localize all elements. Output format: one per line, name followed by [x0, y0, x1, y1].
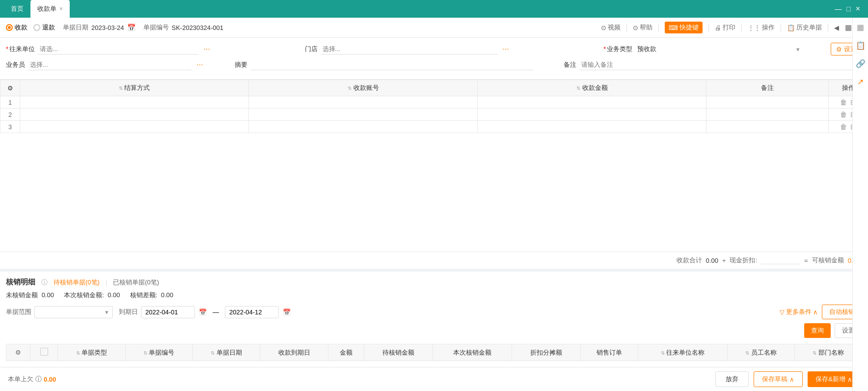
select-all-checkbox[interactable] [40, 348, 48, 356]
operations-btn[interactable]: ⋮⋮ 操作 [748, 23, 775, 32]
help-btn[interactable]: ⊙ 帮助 [633, 23, 652, 32]
counterpart-input[interactable] [38, 44, 199, 55]
checkbox-select-all[interactable] [30, 344, 58, 361]
settlement-2[interactable] [20, 109, 249, 121]
equals-sign: = [804, 257, 808, 264]
counterpart-more-btn[interactable]: ··· [202, 45, 212, 54]
lower-gear-icon[interactable]: ⚙ [15, 349, 21, 356]
plus-sign: + [722, 257, 726, 264]
main-content: 收款 退款 单据日期 2023-03-24 📅 单据编号 SK-20230324… [0, 18, 868, 391]
radio-receipt[interactable]: 收款 [6, 23, 27, 32]
video-btn[interactable]: ⊙ 视频 [601, 23, 621, 32]
sidebar-expand-icon[interactable]: ↗ [857, 77, 864, 86]
radio-refund-indicator [33, 24, 40, 31]
date-from-input[interactable] [141, 306, 195, 318]
business-type-value: 预收款 [637, 45, 656, 54]
settlement-1[interactable] [20, 96, 249, 109]
sidebar-table-icon[interactable]: ▦ [857, 23, 864, 32]
shortcut-btn[interactable]: ⌨ 快捷键 [665, 22, 703, 33]
calendar-to-icon[interactable]: 📅 [283, 308, 291, 316]
history-btn[interactable]: 📋 历史单据 [787, 23, 822, 32]
amount-col: 金额 [328, 344, 364, 361]
info-icon[interactable]: ⓘ [41, 278, 48, 287]
delete-icon-1[interactable]: 🗑 [840, 98, 847, 106]
verify-section: 核销明细 ⓘ 待核销单据(0笔) | 已核销单据(0笔) 未核销金额 0.00 … [0, 269, 868, 367]
calendar-from-icon[interactable]: 📅 [199, 308, 207, 316]
grid-view-icon[interactable]: ▦ [845, 23, 852, 32]
checkbox-col[interactable]: ⚙ [6, 344, 30, 361]
print-btn[interactable]: 🖨 打印 [715, 23, 735, 32]
filter-icon: ▽ [780, 308, 785, 316]
salesperson-more-btn[interactable]: ··· [194, 60, 205, 69]
number-field: 单据编号 SK-20230324-001 [143, 23, 224, 32]
discount-input[interactable] [761, 256, 800, 264]
doc-type-col[interactable]: ⇅ 单据类型 [58, 344, 125, 361]
store-more-btn[interactable]: ··· [500, 45, 511, 54]
divider2 [658, 24, 659, 31]
note-2[interactable] [706, 109, 829, 121]
settlement-3[interactable] [20, 121, 249, 133]
toolbar: 收款 退款 单据日期 2023-03-24 📅 单据编号 SK-20230324… [0, 18, 868, 38]
counterpart-label: 往来单位 [6, 45, 35, 54]
date-to-input[interactable] [225, 306, 279, 318]
lower-table-wrapper: ⚙ ⇅ 单据类型 ⇅ 单据编号 [6, 341, 862, 361]
sidebar-link-icon[interactable]: 🔗 [856, 59, 866, 68]
salesperson-input[interactable] [28, 59, 191, 70]
note-1[interactable] [706, 96, 829, 109]
range-select[interactable]: ▾ [34, 306, 113, 318]
due-date-col: 收款到期日 [260, 344, 328, 361]
amount-3[interactable] [478, 121, 706, 133]
doc-date-col[interactable]: ⇅ 单据日期 [192, 344, 260, 361]
chevron-up-new-icon: ∧ [847, 376, 852, 383]
staff-name-col[interactable]: ⇅ 员工名称 [727, 344, 794, 361]
calendar-icon[interactable]: 📅 [127, 24, 136, 31]
window-max-icon[interactable]: □ [846, 5, 850, 13]
delete-icon-3[interactable]: 🗑 [840, 123, 847, 131]
tab-home[interactable]: 首页 [4, 0, 30, 18]
more-conditions-btn[interactable]: ▽ 更多条件 ∧ [780, 307, 818, 316]
summary-input[interactable] [250, 59, 533, 70]
account-col-header[interactable]: ⇅ 收款账号 [249, 80, 478, 96]
account-2[interactable] [249, 109, 478, 121]
collapse-icon[interactable]: ◀ [834, 24, 839, 31]
window-min-icon[interactable]: — [835, 5, 841, 13]
business-type-label: 业务类型 [603, 45, 632, 54]
settlement-col-header[interactable]: ⇅ 结算方式 [20, 80, 249, 96]
date-value: 2023-03-24 [91, 24, 124, 31]
dropdown-arrow[interactable]: ▾ [796, 46, 800, 53]
sidebar-list-icon[interactable]: 📋 [856, 41, 866, 50]
completed-tab[interactable]: 已核销单据(0笔) [113, 278, 159, 287]
dept-name-col[interactable]: ⇅ 部门名称 [794, 344, 862, 361]
tab-receipt[interactable]: 收款单 × [30, 0, 70, 18]
bottom-bar: 本单上欠 ⓘ 0.00 放弃 保存草稿 ∧ 保存&新增 ∧ [0, 367, 868, 391]
amount-2[interactable] [478, 109, 706, 121]
abandon-button[interactable]: 放弃 [715, 371, 749, 387]
delete-icon-2[interactable]: 🗑 [840, 111, 847, 118]
info-icon-bottom[interactable]: ⓘ [35, 375, 42, 384]
window-close-icon[interactable]: × [856, 4, 860, 13]
remarks-input[interactable] [579, 59, 862, 70]
print-icon: 🖨 [715, 24, 721, 31]
amount-col-header[interactable]: ⇅ 收款金额 [478, 80, 706, 96]
divider4 [741, 24, 742, 31]
window-controls: — □ × [835, 4, 864, 13]
query-button[interactable]: 查询 [804, 323, 831, 338]
note-3[interactable] [706, 121, 829, 133]
radio-refund[interactable]: 退款 [33, 23, 55, 32]
radio-receipt-indicator [6, 24, 13, 31]
save-draft-button[interactable]: 保存草稿 ∧ [754, 371, 803, 387]
account-3[interactable] [249, 121, 478, 133]
settings-col-header[interactable]: ⚙ [0, 80, 20, 96]
bottom-info: 本单上欠 ⓘ 0.00 [8, 375, 56, 384]
counterpart-name-col[interactable]: ⇅ 往来单位名称 [638, 344, 727, 361]
divider [626, 24, 627, 31]
amount-1[interactable] [478, 96, 706, 109]
diff-label: 核销差额: 0.00 [130, 291, 174, 300]
close-tab-icon[interactable]: × [59, 5, 63, 12]
bottom-right: 放弃 保存草稿 ∧ 保存&新增 ∧ [715, 371, 860, 387]
pending-tab[interactable]: 待核销单据(0笔) [54, 278, 100, 287]
store-input[interactable] [321, 44, 498, 55]
doc-num-col[interactable]: ⇅ 单据编号 [125, 344, 192, 361]
account-1[interactable] [249, 96, 478, 109]
note-col-header: 备注 [706, 80, 829, 96]
